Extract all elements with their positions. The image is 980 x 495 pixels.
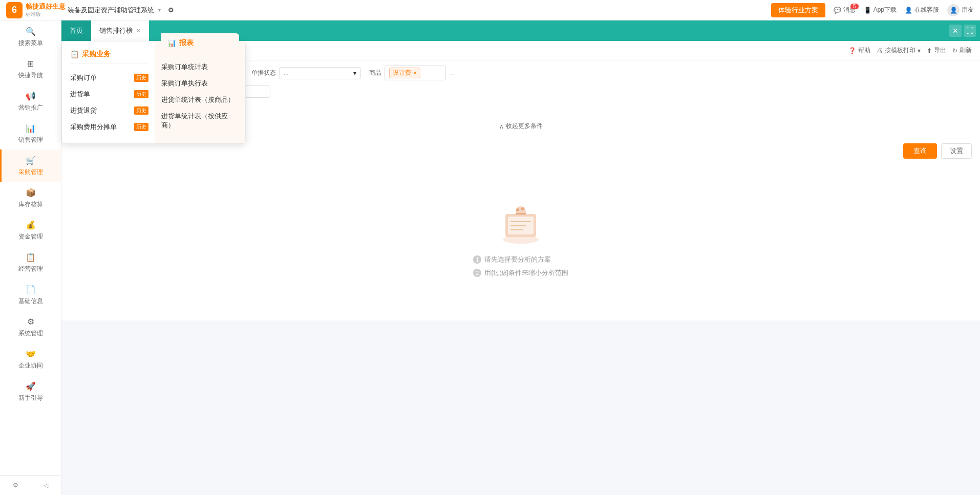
menu-item-goods-receipt[interactable]: 进货单 历史 [70,86,148,102]
tab-close-icon[interactable]: ✕ [136,27,141,34]
print-icon: 🖨 [877,47,883,54]
menu-item-goods-stats-by-supplier[interactable]: 进货单统计表（按供应商） [161,108,240,134]
step-2-num: 2 [473,269,481,277]
sidebar-item-inventory[interactable]: 📦 库存核算 [0,182,61,214]
sidebar-item-basic-info[interactable]: 📄 基础信息 [0,278,61,311]
operation-icon: 📋 [25,251,36,263]
sidebar-item-marketing[interactable]: 📢 营销推广 [0,85,61,117]
tab-home-label: 首页 [70,26,83,35]
menu-item-purchase-order[interactable]: 采购订单 历史 [70,70,148,86]
logo-icon: 6 [6,2,23,18]
inventory-icon: 📦 [25,187,36,198]
empty-state-icon [495,204,546,245]
goods-tag: 设计费 × [389,68,420,78]
sales-icon: 📊 [25,122,36,134]
sidebar-item-finance[interactable]: 💰 资金管理 [0,214,61,246]
report-col-icon: 📊 [167,39,176,47]
goods-tag-label: 设计费 [393,69,411,77]
user-label: 用友 [962,6,974,14]
dropdown-col-report: 📊 报表 采购订单统计表 采购订单执行表 进货单统计表（按商品） 进货单统计表（… [155,41,246,143]
tab-home[interactable]: 首页 [61,20,91,41]
settings-btn[interactable]: 设置 [941,143,972,159]
dropdown-menu: 📋 采购业务 采购订单 历史 进货单 历史 进货退货 历史 采购费用分摊单 历史 [61,41,246,144]
sidebar-item-system[interactable]: ⚙ 系统管理 [0,311,61,343]
online-service-btn[interactable]: 👤 在线客服 [905,6,939,14]
messages-btn[interactable]: 💬 消息 5 [834,6,856,14]
brand-name: 畅捷通好生意 [26,3,66,11]
history-tag-0: 历史 [134,74,148,82]
service-icon: 👤 [905,7,912,14]
service-label: 在线客服 [914,6,939,14]
messages-icon: 💬 [834,7,841,14]
enterprise-icon: 🤝 [25,348,36,359]
app-download-btn[interactable]: 📱 App下载 [864,6,897,14]
goods-tag-close[interactable]: × [413,70,417,77]
sidebar-item-beginner[interactable]: 🚀 新手引导 [0,375,61,407]
menu-item-purchase-expense[interactable]: 采购费用分摊单 历史 [70,119,148,135]
menu-item-label: 进货单统计表（按供应商） [161,112,240,130]
collapse-icon: ∧ [499,123,504,130]
logo-area: 6 畅捷通好生意 标准版 [6,2,68,18]
logo-text: 畅捷通好生意 标准版 [26,3,66,18]
menu-item-order-exec[interactable]: 采购订单执行表 [161,75,240,92]
tab-actions: ✕ ⛶ [949,25,980,37]
empty-text: 1 请先选择要分析的方案 2 用[过滤]条件来缩小分析范围 [473,253,568,279]
sidebar-item-search[interactable]: 🔍 搜索菜单 [0,20,61,53]
svg-point-3 [516,206,526,217]
sidebar-item-operation[interactable]: 📋 经营管理 [0,246,61,278]
sidebar-settings-btn[interactable]: ⚙ [11,480,20,491]
refresh-icon: ↻ [952,47,957,54]
voucher-status-placeholder: ... [284,70,289,77]
system-title-text: 装备及固定资产辅助管理系统 [68,6,154,15]
finance-icon: 💰 [25,219,36,230]
industry-btn[interactable]: 体验行业方案 [771,3,825,17]
query-btn[interactable]: 查询 [903,143,937,159]
sidebar-label-finance: 资金管理 [18,232,43,241]
empty-state: 1 请先选择要分析的方案 2 用[过滤]条件来缩小分析范围 [61,163,980,320]
menu-item-label: 采购订单 [70,73,97,82]
export-label: 导出 [934,46,946,55]
user-btn[interactable]: 👤 用友 [947,4,974,16]
system-icon: ⚙ [25,316,36,327]
goods-more[interactable]: ... [449,70,454,77]
tab-close-btn[interactable]: ✕ [949,25,962,37]
sidebar-item-quick-nav[interactable]: ⊞ 快捷导航 [0,53,61,85]
filter-voucher-status: 单据状态 ... ▾ [251,67,361,79]
voucher-status-label: 单据状态 [251,69,276,77]
export-icon: ⬆ [927,47,932,54]
menu-item-goods-return[interactable]: 进货退货 历史 [70,102,148,119]
sidebar-label-operation: 经营管理 [18,265,43,273]
menu-item-label: 进货单统计表（按商品） [161,95,235,104]
sidebar-item-purchase[interactable]: 🛒 采购管理 [0,149,61,182]
print-label: 按模板打印 [885,46,915,55]
help-icon: ❓ [848,47,856,54]
help-btn[interactable]: ❓ 帮助 [848,46,870,55]
svg-point-5 [521,207,524,210]
refresh-btn[interactable]: ↻ 刷新 [952,46,972,55]
sidebar-collapse-btn[interactable]: ◁ [41,480,50,491]
system-settings-icon[interactable]: ⚙ [165,4,177,16]
goods-label: 商品 [369,69,381,77]
tab-fullscreen-btn[interactable]: ⛶ [964,25,976,37]
sidebar-label-quick-nav: 快捷导航 [18,71,43,80]
sidebar-label-inventory: 库存核算 [18,200,43,209]
tab-sales-rank[interactable]: 销售排行榜 ✕ [91,20,149,41]
system-dropdown-arrow[interactable]: ▾ [158,7,161,13]
print-btn[interactable]: 🖨 按模板打印 ▾ [877,46,921,55]
print-dropdown[interactable]: ▾ [918,47,921,54]
search-icon: 🔍 [25,26,36,37]
sidebar-label-marketing: 营销推广 [18,103,43,112]
step-2-text: 用[过滤]条件来缩小分析范围 [484,266,568,279]
menu-item-goods-stats-by-product[interactable]: 进货单统计表（按商品） [161,92,240,108]
menu-item-label: 进货退货 [70,106,97,115]
sidebar-item-sales[interactable]: 📊 销售管理 [0,117,61,149]
voucher-status-select[interactable]: ... ▾ [279,67,361,79]
filter-goods: 商品 设计费 × ... [369,66,454,80]
app-icon: 📱 [864,7,871,14]
app-label: App下载 [874,6,897,14]
menu-item-order-stats[interactable]: 采购订单统计表 [161,59,240,75]
sidebar-item-enterprise[interactable]: 🤝 企业协同 [0,343,61,375]
export-btn[interactable]: ⬆ 导出 [927,46,946,55]
sidebar-label-system: 系统管理 [18,329,43,338]
report-col-label: 报表 [179,38,194,48]
